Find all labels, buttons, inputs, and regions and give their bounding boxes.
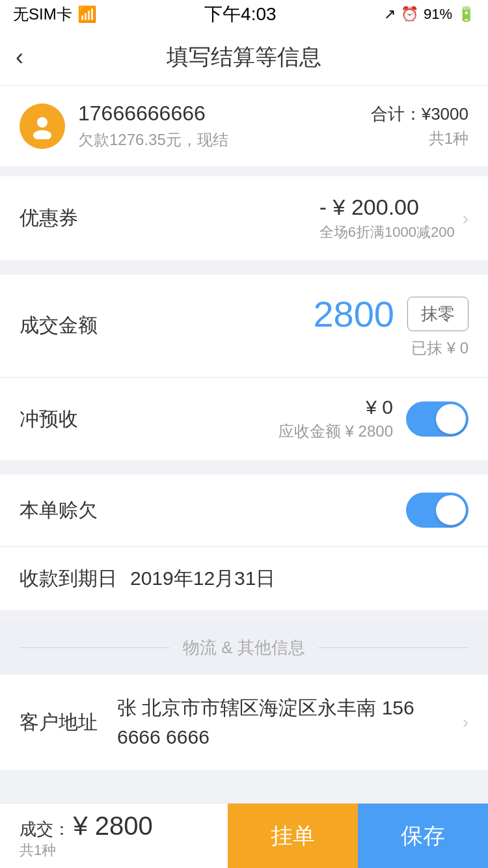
customer-left: 17666666666 欠款1276.35元，现结 — [20, 102, 228, 150]
header: ‹ 填写结算等信息 — [0, 29, 488, 86]
status-right: ↗ ⏰ 91% 🔋 — [384, 6, 475, 23]
address-chevron-icon: › — [463, 712, 468, 733]
customer-card: 17666666666 欠款1276.35元，现结 合计：¥3000 共1种 — [0, 86, 488, 166]
hold-button[interactable]: 挂单 — [228, 804, 358, 869]
precharge-amount: ¥ 0 — [278, 396, 393, 418]
total-amount: ¥3000 — [422, 104, 468, 124]
debt-section: 本单赊欠 — [0, 474, 488, 546]
deal-amount-value: 2800 — [313, 293, 394, 335]
customer-debt: 欠款1276.35元，现结 — [78, 129, 228, 150]
status-time: 下午4:03 — [204, 2, 277, 27]
coupon-label: 优惠券 — [20, 205, 78, 232]
duedate-label: 收款到期日 — [20, 565, 117, 592]
precharge-row: 冲预收 ¥ 0 应收金额 ¥ 2800 — [0, 378, 488, 460]
content: 17666666666 欠款1276.35元，现结 合计：¥3000 共1种 优… — [0, 86, 488, 868]
section-divider-1 — [0, 262, 488, 275]
address-row[interactable]: 客户地址 张 北京市市辖区海淀区永丰南 156 6666 6666 › — [0, 675, 488, 770]
bottom-deal-row: 成交： ¥ 2800 — [20, 811, 208, 841]
total-count: 共1种 — [371, 128, 468, 149]
address-value: 张 北京市市辖区海淀区永丰南 156 6666 6666 — [117, 693, 463, 752]
duedate-section: 收款到期日 2019年12月31日 — [0, 547, 488, 610]
bottom-deal-amount: ¥ 2800 — [73, 811, 152, 840]
precharge-value-group: ¥ 0 应收金额 ¥ 2800 — [278, 396, 393, 442]
battery-label: 91% — [424, 6, 452, 23]
customer-info: 17666666666 欠款1276.35元，现结 — [78, 102, 228, 150]
avatar — [20, 103, 65, 149]
wifi-icon: 📶 — [77, 5, 97, 23]
bottom-info: 成交： ¥ 2800 共1种 — [0, 811, 228, 860]
deal-amount-row: 成交金额 2800 抹零 已抹 ¥ 0 — [0, 275, 488, 377]
logistics-line-right — [318, 647, 468, 648]
bottom-deal-label: 成交： — [20, 819, 70, 839]
logistics-line-left — [20, 647, 170, 648]
precharge-toggle[interactable] — [406, 401, 468, 437]
status-left: 无SIM卡 📶 — [13, 4, 97, 25]
customer-phone: 17666666666 — [78, 102, 228, 126]
round-button[interactable]: 抹零 — [407, 297, 468, 331]
already-rounded: 已抹 ¥ 0 — [411, 338, 468, 359]
battery-icon: 🔋 — [457, 6, 475, 23]
total-label: 合计：¥3000 — [371, 103, 468, 126]
coupon-row[interactable]: 优惠券 - ¥ 200.00 全场6折满1000减200 › — [0, 176, 488, 260]
back-button[interactable]: ‹ — [16, 44, 23, 71]
address-label: 客户地址 — [20, 709, 98, 736]
coupon-right: - ¥ 200.00 全场6折满1000减200 › — [319, 195, 468, 242]
duedate-value: 2019年12月31日 — [130, 565, 275, 592]
deal-amount-label: 成交金额 — [20, 312, 98, 339]
precharge-label: 冲预收 — [20, 406, 78, 433]
deal-amount-section: 成交金额 2800 抹零 已抹 ¥ 0 — [0, 275, 488, 377]
precharge-section: 冲预收 ¥ 0 应收金额 ¥ 2800 — [0, 378, 488, 460]
coupon-info: - ¥ 200.00 全场6折满1000减200 — [319, 195, 455, 242]
debt-label: 本单赊欠 — [20, 497, 98, 524]
bottom-bar: 成交： ¥ 2800 共1种 挂单 保存 — [0, 803, 488, 868]
deal-amount-group: 2800 抹零 — [313, 293, 468, 335]
logistics-text: 物流 & 其他信息 — [183, 636, 305, 659]
debt-row: 本单赊欠 — [0, 474, 488, 546]
alarm-icon: ⏰ — [401, 6, 418, 23]
svg-point-0 — [37, 117, 47, 128]
section-divider-2 — [0, 461, 488, 474]
logistics-divider: 物流 & 其他信息 — [0, 621, 488, 675]
bottom-count: 共1种 — [20, 841, 208, 860]
location-icon: ↗ — [384, 6, 396, 23]
deal-amount-right: 2800 抹零 已抹 ¥ 0 — [313, 293, 468, 359]
coupon-discount: - ¥ 200.00 — [319, 195, 455, 220]
coupon-desc: 全场6折满1000减200 — [319, 223, 455, 242]
chevron-right-icon: › — [463, 208, 468, 229]
debt-toggle[interactable] — [406, 493, 468, 528]
sim-label: 无SIM卡 — [13, 4, 72, 25]
duedate-row: 收款到期日 2019年12月31日 — [0, 547, 488, 610]
status-bar: 无SIM卡 📶 下午4:03 ↗ ⏰ 91% 🔋 — [0, 0, 488, 29]
customer-right: 合计：¥3000 共1种 — [371, 103, 468, 149]
page-title: 填写结算等信息 — [167, 42, 321, 72]
precharge-desc: 应收金额 ¥ 2800 — [278, 421, 393, 442]
address-section: 客户地址 张 北京市市辖区海淀区永丰南 156 6666 6666 › — [0, 675, 488, 770]
precharge-right: ¥ 0 应收金额 ¥ 2800 — [278, 396, 468, 442]
save-button[interactable]: 保存 — [358, 804, 488, 869]
svg-point-1 — [33, 130, 51, 139]
